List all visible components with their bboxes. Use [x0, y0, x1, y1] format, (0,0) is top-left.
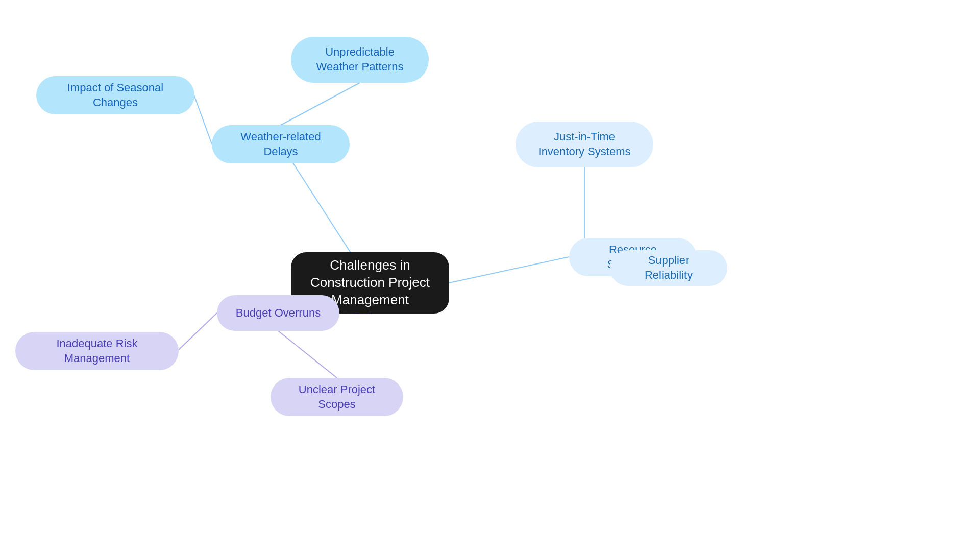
svg-line-7 — [278, 331, 337, 378]
weather-delays-label: Weather-related Delays — [226, 130, 335, 159]
jit-inventory-node[interactable]: Just-in-Time Inventory Systems — [516, 122, 653, 167]
seasonal-changes-node[interactable]: Impact of Seasonal Changes — [36, 76, 194, 114]
budget-overruns-node[interactable]: Budget Overruns — [217, 295, 339, 331]
svg-line-3 — [449, 257, 569, 283]
svg-line-8 — [179, 313, 217, 350]
unclear-scopes-label: Unclear Project Scopes — [285, 382, 389, 412]
unpredictable-weather-node[interactable]: Unpredictable Weather Patterns — [291, 37, 429, 83]
supplier-reliability-label: Supplier Reliability — [624, 253, 713, 282]
svg-line-1 — [281, 83, 360, 125]
supplier-reliability-node[interactable]: Supplier Reliability — [610, 250, 727, 286]
svg-line-2 — [194, 95, 212, 144]
weather-delays-node[interactable]: Weather-related Delays — [212, 125, 350, 163]
jit-inventory-label: Just-in-Time Inventory Systems — [530, 130, 639, 159]
budget-overruns-label: Budget Overruns — [236, 306, 321, 321]
unclear-scopes-node[interactable]: Unclear Project Scopes — [271, 378, 403, 416]
seasonal-changes-label: Impact of Seasonal Changes — [51, 81, 180, 110]
unpredictable-weather-label: Unpredictable Weather Patterns — [305, 45, 414, 74]
inadequate-risk-label: Inadequate Risk Management — [30, 336, 164, 366]
inadequate-risk-node[interactable]: Inadequate Risk Management — [15, 332, 179, 370]
